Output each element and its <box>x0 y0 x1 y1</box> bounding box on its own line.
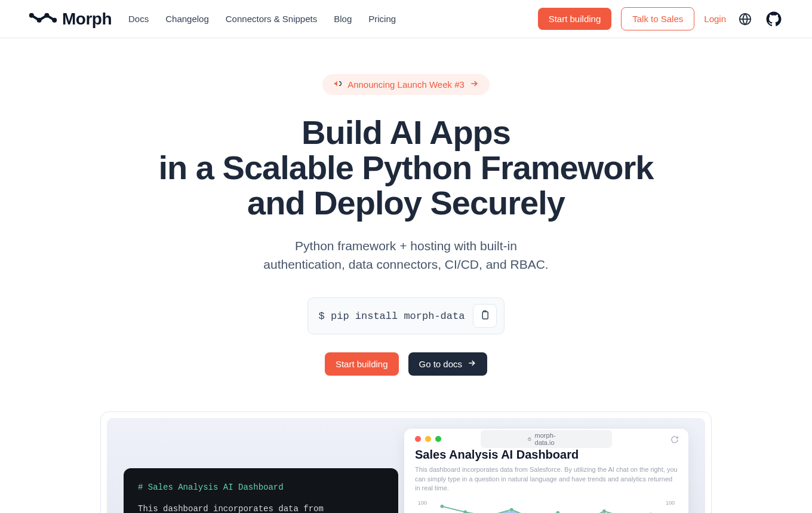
y-tick: 100 <box>666 500 678 506</box>
nav-link-changelog[interactable]: Changelog <box>165 14 209 24</box>
nav-link-docs[interactable]: Docs <box>128 14 149 24</box>
talk-to-sales-button[interactable]: Talk to Sales <box>621 7 694 30</box>
dashboard-description: This dashboard incorporates data from Sa… <box>415 465 678 493</box>
dashboard-title: Sales Analysis AI Dashboard <box>415 448 678 462</box>
chart-line <box>430 500 662 513</box>
nav-link-blog[interactable]: Blog <box>334 14 352 24</box>
traffic-green-icon <box>435 436 441 442</box>
nav-left: Morph Docs Changelog Connectors & Snippe… <box>29 10 396 29</box>
navbar: Morph Docs Changelog Connectors & Snippe… <box>0 0 812 38</box>
trend-point <box>463 511 467 513</box>
svg-rect-5 <box>483 312 488 319</box>
lock-icon <box>527 436 532 442</box>
arrow-right-icon <box>469 79 479 90</box>
nav-links: Docs Changelog Connectors & Snippets Blo… <box>128 14 396 24</box>
install-command: $ pip install morph-data <box>319 311 465 322</box>
address-bar: morph-data.io <box>481 430 612 448</box>
login-link[interactable]: Login <box>704 14 726 24</box>
hero-cta-row: Start building Go to docs <box>325 352 487 376</box>
github-icon[interactable] <box>764 10 783 29</box>
nav-link-connectors[interactable]: Connectors & Snippets <box>226 14 317 24</box>
hero-subtitle-line1: Python framework + hosting with built-in <box>295 239 517 253</box>
hero-start-building-button[interactable]: Start building <box>325 352 399 376</box>
reload-icon <box>670 435 679 446</box>
language-icon[interactable] <box>736 10 755 29</box>
clipboard-icon <box>479 310 490 322</box>
trend-point <box>602 510 606 513</box>
hero-section: Announcing Launch Week #3 Build AI Apps … <box>0 38 812 376</box>
nav-right: Start building Talk to Sales Login <box>538 7 783 30</box>
brand-name: Morph <box>62 10 112 29</box>
code-panel: # Sales Analysis AI Dashboard This dashb… <box>124 468 398 513</box>
morph-logo-icon <box>29 10 57 29</box>
copy-button[interactable] <box>473 304 497 328</box>
megaphone-icon <box>333 79 343 90</box>
y-tick: 100 <box>415 500 427 506</box>
browser-panel: morph-data.io Sales Analysis AI Dashboar… <box>404 429 688 513</box>
start-building-button[interactable]: Start building <box>538 8 612 30</box>
go-to-docs-label: Go to docs <box>419 359 463 369</box>
y-axis-right: 100 80 60 <box>666 500 678 513</box>
hero-subtitle-line2: authentication, data connectors, CI/CD, … <box>263 257 548 271</box>
go-to-docs-button[interactable]: Go to docs <box>408 352 488 376</box>
nav-link-pricing[interactable]: Pricing <box>368 14 396 24</box>
traffic-lights: morph-data.io <box>415 436 678 442</box>
trend-line <box>442 506 650 513</box>
y-axis-left: 100 80 60 <box>415 500 427 513</box>
announcement-text: Announcing Launch Week #3 <box>347 79 465 90</box>
hero-title-line2: in a Scalable Python Framework <box>159 149 654 186</box>
hero-title: Build AI Apps in a Scalable Python Frame… <box>159 115 654 220</box>
traffic-yellow-icon <box>425 436 431 442</box>
preview-inner: # Sales Analysis AI Dashboard This dashb… <box>107 418 705 513</box>
trend-point <box>440 505 444 508</box>
install-box: $ pip install morph-data <box>307 297 505 334</box>
hero-title-line3: and Deploy Securely <box>247 184 565 222</box>
hero-subtitle: Python framework + hosting with built-in… <box>263 237 548 274</box>
hero-title-line1: Build AI Apps <box>302 113 510 151</box>
svg-rect-6 <box>528 439 531 441</box>
announcement-pill[interactable]: Announcing Launch Week #3 <box>322 74 490 95</box>
address-url: morph-data.io <box>535 432 565 446</box>
code-heading: # Sales Analysis AI Dashboard <box>138 481 384 494</box>
arrow-right-icon <box>467 358 476 370</box>
brand-logo[interactable]: Morph <box>29 10 112 29</box>
preview-frame: # Sales Analysis AI Dashboard This dashb… <box>100 411 712 513</box>
trend-point <box>510 508 513 512</box>
code-line: This dashboard incorporates data from <box>138 503 384 513</box>
traffic-red-icon <box>415 436 421 442</box>
mini-chart: 100 80 60 100 80 60 <box>415 500 678 513</box>
